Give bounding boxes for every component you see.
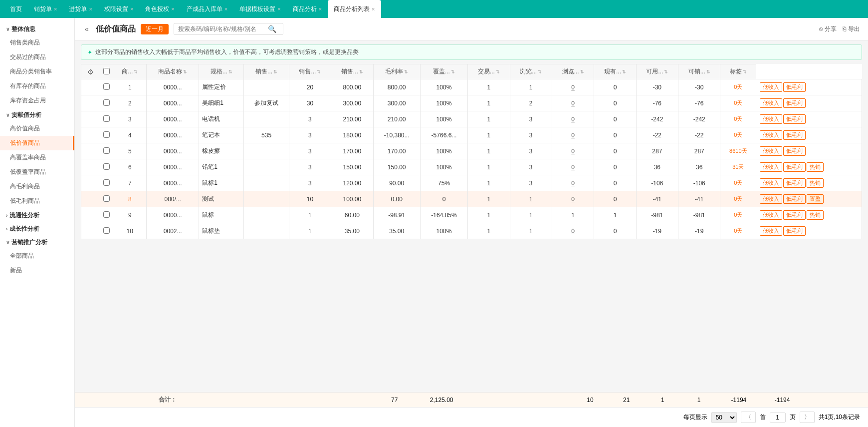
- sidebar-item-sales-products[interactable]: 销售类商品: [0, 35, 74, 50]
- row-spec: 535: [244, 127, 289, 143]
- browse1-link[interactable]: 0: [571, 132, 575, 139]
- row-select-checkbox[interactable]: [103, 147, 110, 154]
- select-all-checkbox[interactable]: [103, 68, 110, 74]
- row-select-checkbox[interactable]: [103, 195, 110, 202]
- sidebar-item-all-products[interactable]: 全部商品: [0, 249, 74, 263]
- period-button[interactable]: 近一月: [141, 24, 169, 34]
- close-icon[interactable]: ×: [224, 6, 227, 12]
- row-checkbox[interactable]: [100, 207, 113, 223]
- gear-header[interactable]: ⚙: [81, 64, 100, 79]
- sidebar-group-marketing[interactable]: ∨ 营销推广分析: [0, 235, 74, 249]
- row-checkbox[interactable]: [100, 95, 113, 111]
- collapse-sidebar-button[interactable]: «: [83, 25, 91, 33]
- checkbox-header[interactable]: [100, 64, 113, 79]
- sidebar-group-circulation[interactable]: › 流通性分析: [0, 208, 74, 222]
- close-icon[interactable]: ×: [277, 6, 280, 12]
- row-current: -19: [636, 223, 678, 239]
- row-checkbox[interactable]: [100, 175, 113, 191]
- row-code: 0000...: [147, 95, 199, 111]
- sidebar-item-high-value[interactable]: 高价值商品: [0, 121, 74, 136]
- row-browse2: 0: [594, 175, 636, 191]
- per-page-select[interactable]: 50 100: [711, 412, 737, 423]
- row-checkbox[interactable]: [100, 143, 113, 159]
- row-days: 0天: [720, 95, 756, 111]
- row-checkbox[interactable]: [100, 223, 113, 239]
- sidebar-group-contribution[interactable]: ∨ 贡献值分析: [0, 108, 74, 121]
- main-layout: ∨ 整体信息 销售类商品 交易过的商品 商品分类销售率 有库存的商品 库存资金占…: [0, 18, 868, 427]
- sidebar-group-growth[interactable]: › 成长性分析: [0, 222, 74, 235]
- sidebar-item-stock-capital[interactable]: 库存资金占用: [0, 93, 74, 108]
- row-name: 鼠标1: [199, 175, 244, 191]
- browse1-link[interactable]: 0: [571, 196, 575, 203]
- row-select-checkbox[interactable]: [103, 99, 110, 106]
- row-amount: 180.00: [331, 127, 373, 143]
- export-button[interactable]: ⎗ 导出: [843, 25, 860, 33]
- row-checkbox[interactable]: [100, 79, 113, 95]
- nav-role-auth[interactable]: 角色授权 ×: [139, 0, 180, 18]
- browse1-link[interactable]: 0: [571, 164, 575, 171]
- sidebar-item-stock-products[interactable]: 有库存的商品: [0, 79, 74, 93]
- row-available: -76: [678, 95, 720, 111]
- nav-product-analysis[interactable]: 商品分析 ×: [287, 0, 328, 18]
- summary-amount: 2,125.00: [413, 397, 470, 404]
- row-browse2: 0: [594, 95, 636, 111]
- search-input[interactable]: [178, 25, 268, 32]
- row-select-checkbox[interactable]: [103, 115, 110, 122]
- close-icon[interactable]: ×: [171, 6, 174, 12]
- row-select-checkbox[interactable]: [103, 163, 110, 170]
- next-page-button[interactable]: 〉: [800, 412, 815, 423]
- close-icon[interactable]: ×: [319, 6, 322, 12]
- nav-product-stock[interactable]: 产成品入库单 ×: [181, 0, 233, 18]
- browse1-link[interactable]: 1: [571, 212, 575, 219]
- row-select-checkbox[interactable]: [103, 227, 110, 234]
- close-icon[interactable]: ×: [130, 6, 133, 12]
- close-icon[interactable]: ×: [372, 6, 375, 12]
- row-coverage: 1: [468, 95, 510, 111]
- browse1-link[interactable]: 0: [571, 84, 575, 91]
- row-select-checkbox[interactable]: [103, 131, 110, 138]
- sidebar-item-category-rate[interactable]: 商品分类销售率: [0, 64, 74, 79]
- browse1-link[interactable]: 0: [571, 116, 575, 123]
- row-browse2: 0: [594, 111, 636, 127]
- table-row: 100002...鼠标垫135.0035.00100%1100-19-190天低…: [81, 223, 862, 239]
- nav-home[interactable]: 首页: [4, 0, 28, 18]
- row-amount: 100.00: [331, 191, 373, 207]
- sidebar-item-low-coverage[interactable]: 低覆盖率商品: [0, 165, 74, 179]
- share-button[interactable]: ⎋ 分享: [819, 25, 837, 33]
- row-available: -30: [678, 79, 720, 95]
- sidebar-item-traded-products[interactable]: 交易过的商品: [0, 50, 74, 64]
- browse1-link[interactable]: 0: [571, 228, 575, 235]
- close-icon[interactable]: ×: [89, 6, 92, 12]
- browse1-link[interactable]: 0: [571, 148, 575, 155]
- browse1-link[interactable]: 0: [571, 100, 575, 107]
- row-checkbox[interactable]: [100, 159, 113, 175]
- row-checkbox[interactable]: [100, 191, 113, 207]
- sidebar-group-overall[interactable]: ∨ 整体信息: [0, 22, 74, 35]
- row-checkbox[interactable]: [100, 111, 113, 127]
- row-select-checkbox[interactable]: [103, 83, 110, 90]
- row-gear: [81, 95, 100, 111]
- row-days: 0天: [720, 127, 756, 143]
- row-select-checkbox[interactable]: [103, 211, 110, 218]
- browse1-link[interactable]: 0: [571, 180, 575, 187]
- top-nav: 首页 销货单 × 进货单 × 权限设置 × 角色授权 × 产成品入库单 × 单据…: [0, 0, 868, 18]
- sidebar-item-low-margin[interactable]: 低毛利商品: [0, 194, 74, 208]
- page-input[interactable]: [770, 413, 786, 423]
- row-select-checkbox[interactable]: [103, 179, 110, 186]
- sidebar-item-low-value[interactable]: 低价值商品: [0, 136, 74, 150]
- row-browse1: 0: [552, 127, 594, 143]
- prev-page-button[interactable]: 〈: [741, 412, 756, 423]
- nav-purchase-order[interactable]: 进货单 ×: [63, 0, 98, 18]
- sidebar-item-high-margin[interactable]: 高毛利商品: [0, 179, 74, 194]
- nav-sales-order[interactable]: 销货单 ×: [28, 0, 63, 18]
- tag-badge: 低收入: [760, 98, 782, 108]
- nav-template-settings[interactable]: 单据模板设置 ×: [233, 0, 286, 18]
- close-icon[interactable]: ×: [54, 6, 57, 12]
- nav-permission[interactable]: 权限设置 ×: [98, 0, 139, 18]
- nav-product-analysis-list[interactable]: 商品分析列表 ×: [328, 0, 381, 18]
- sidebar-item-high-coverage[interactable]: 高覆盖率商品: [0, 150, 74, 165]
- search-icon[interactable]: 🔍: [268, 25, 276, 33]
- sidebar-item-new-products[interactable]: 新品: [0, 263, 74, 278]
- row-checkbox[interactable]: [100, 127, 113, 143]
- row-gear: [81, 191, 100, 207]
